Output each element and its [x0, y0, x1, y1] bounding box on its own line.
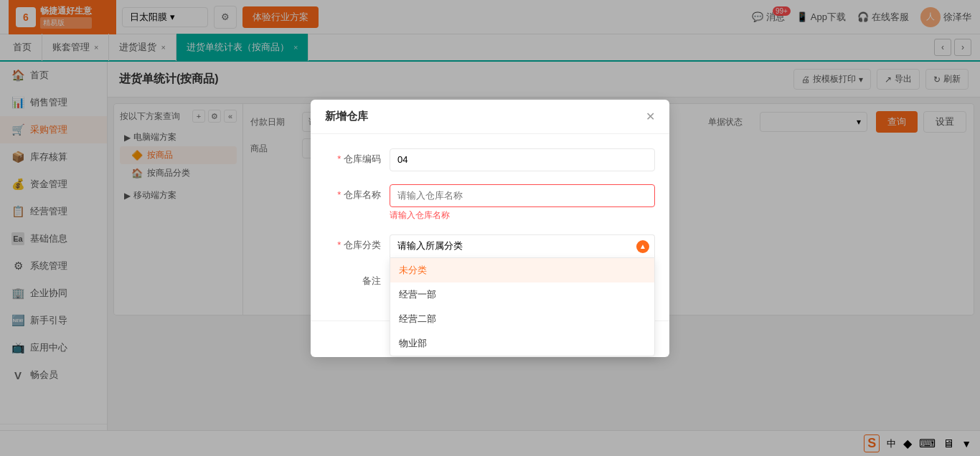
dropdown-item-dept2[interactable]: 经营二部 — [390, 307, 654, 331]
form-row-warehouse-category: * 仓库分类 请输入所属分类 ▲ 未分类 经营一部 经营二部 物业部 — [325, 234, 655, 257]
modal-header: 新增仓库 ✕ — [311, 100, 669, 134]
modal-body: * 仓库编码 * 仓库名称 请输入仓库名称 — [311, 134, 669, 320]
warehouse-category-field: 请输入所属分类 ▲ 未分类 经营一部 经营二部 物业部 — [390, 234, 655, 257]
note-label: 备注 — [325, 270, 390, 288]
dropdown-item-uncategorized[interactable]: 未分类 — [390, 258, 654, 282]
warehouse-name-label: * 仓库名称 — [325, 184, 390, 201]
modal-close-button[interactable]: ✕ — [646, 110, 655, 123]
category-select-arrow[interactable]: ▲ — [636, 240, 649, 253]
category-dropdown-list: 未分类 经营一部 经营二部 物业部 — [390, 257, 655, 356]
warehouse-name-error: 请输入仓库名称 — [390, 209, 655, 222]
dropdown-item-dept1[interactable]: 经营一部 — [390, 282, 654, 307]
warehouse-name-field: 请输入仓库名称 — [390, 184, 655, 222]
category-select[interactable]: 请输入所属分类 — [390, 234, 655, 257]
category-placeholder: 请输入所属分类 — [397, 239, 463, 252]
form-row-warehouse-code: * 仓库编码 — [325, 148, 655, 171]
warehouse-code-label: * 仓库编码 — [325, 148, 390, 166]
new-warehouse-modal: 新增仓库 ✕ * 仓库编码 * 仓库名称 — [311, 100, 669, 357]
warehouse-code-input[interactable] — [390, 148, 655, 171]
warehouse-code-field — [390, 148, 655, 171]
form-row-warehouse-name: * 仓库名称 请输入仓库名称 — [325, 184, 655, 222]
modal-overlay: 新增仓库 ✕ * 仓库编码 * 仓库名称 — [0, 0, 980, 456]
category-select-wrapper: 请输入所属分类 ▲ 未分类 经营一部 经营二部 物业部 — [390, 234, 655, 257]
modal-title: 新增仓库 — [325, 110, 646, 123]
warehouse-name-input[interactable] — [390, 184, 655, 207]
dropdown-item-dept3[interactable]: 物业部 — [390, 331, 654, 356]
warehouse-category-label: * 仓库分类 — [325, 234, 390, 252]
